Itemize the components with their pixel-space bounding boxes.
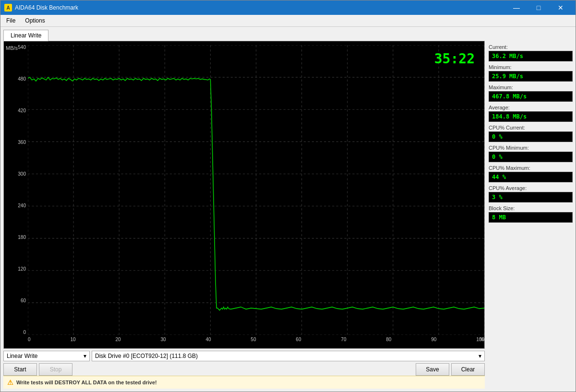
maximum-value: 467.8 MB/s [489, 91, 573, 102]
start-button[interactable]: Start [3, 363, 37, 376]
stat-current: Current: 36.2 MB/s [489, 44, 573, 61]
close-button[interactable]: ✕ [550, 0, 572, 15]
stat-minimum: Minimum: 25.9 MB/s [489, 64, 573, 82]
x-tick-50: 50 [251, 337, 256, 342]
cpu-average-label: CPU% Average: [489, 185, 573, 191]
cpu-maximum-label: CPU% Maximum: [489, 165, 573, 171]
main-content: Linear Write MB/s 540 480 420 360 300 24… [0, 27, 576, 392]
controls-row2: Start Stop Save Clear [3, 363, 485, 376]
x-tick-10: 10 [70, 337, 75, 342]
chart-area: MB/s 540 480 420 360 300 240 180 120 60 … [4, 41, 484, 348]
y-axis: 540 480 420 360 300 240 180 120 60 0 [4, 45, 28, 335]
stat-block-size: Block Size: 8 MB [489, 205, 573, 223]
cpu-current-label: CPU% Current: [489, 125, 573, 131]
cpu-average-value: 3 % [489, 192, 573, 202]
menu-file[interactable]: File [2, 16, 19, 25]
bottom-controls: Linear Write ▾ Disk Drive #0 [ECOT920-12… [3, 351, 485, 376]
stat-cpu-maximum: CPU% Maximum: 44 % [489, 165, 573, 182]
right-panel: Current: 36.2 MB/s Minimum: 25.9 MB/s Ma… [489, 30, 573, 389]
drive-dropdown[interactable]: Disk Drive #0 [ECOT920-12] (111.8 GB) ▾ [92, 351, 485, 361]
drive-dropdown-arrow: ▾ [479, 353, 481, 359]
y-tick-360: 360 [18, 140, 26, 145]
tab-linear-write[interactable]: Linear Write [3, 30, 48, 41]
maximize-button[interactable]: □ [528, 0, 550, 15]
test-dropdown-arrow: ▾ [84, 353, 86, 359]
cpu-maximum-value: 44 % [489, 172, 573, 182]
minimum-value: 25.9 MB/s [489, 71, 573, 82]
y-tick-0: 0 [23, 330, 26, 335]
current-value: 36.2 MB/s [489, 51, 573, 61]
chart-wrapper: MB/s 540 480 420 360 300 240 180 120 60 … [3, 41, 485, 349]
y-tick-480: 480 [18, 77, 26, 82]
stat-cpu-minimum: CPU% Minimum: 0 % [489, 145, 573, 162]
title-bar: A AIDA64 Disk Benchmark — □ ✕ [0, 0, 576, 15]
main-window: A AIDA64 Disk Benchmark — □ ✕ File Optio… [0, 0, 576, 392]
current-label: Current: [489, 44, 573, 50]
cpu-minimum-value: 0 % [489, 152, 573, 162]
drive-dropdown-value: Disk Drive #0 [ECOT920-12] (111.8 GB) [95, 353, 198, 359]
x-tick-90: 90 [431, 337, 436, 342]
window-controls: — □ ✕ [505, 0, 572, 15]
controls-row1: Linear Write ▾ Disk Drive #0 [ECOT920-12… [3, 351, 485, 361]
y-tick-540: 540 [18, 45, 26, 50]
x-axis: 0 10 20 30 40 50 60 70 80 90 100 % [28, 335, 484, 348]
warning-icon: ⚠ [7, 379, 13, 386]
x-tick-70: 70 [341, 337, 346, 342]
maximum-label: Maximum: [489, 84, 573, 90]
test-dropdown[interactable]: Linear Write ▾ [3, 351, 90, 361]
y-tick-300: 300 [18, 172, 26, 177]
stop-button[interactable]: Stop [39, 363, 72, 376]
average-label: Average: [489, 105, 573, 110]
x-tick-20: 20 [115, 337, 120, 342]
chart-canvas: 35:22 [28, 45, 484, 335]
y-tick-420: 420 [18, 108, 26, 113]
block-size-value: 8 MB [489, 212, 573, 223]
window-title: AIDA64 Disk Benchmark [15, 4, 505, 11]
x-tick-0: 0 [28, 337, 31, 342]
app-icon: A [4, 4, 12, 12]
y-tick-60: 60 [21, 298, 26, 303]
x-tick-30: 30 [160, 337, 166, 342]
stat-average: Average: 184.8 MB/s [489, 105, 573, 122]
x-tick-80: 80 [386, 337, 391, 342]
y-tick-120: 120 [18, 267, 26, 272]
tab-bar: Linear Write [3, 30, 485, 41]
menu-bar: File Options [0, 15, 576, 27]
average-value: 184.8 MB/s [489, 111, 573, 122]
y-tick-240: 240 [18, 203, 26, 208]
test-dropdown-value: Linear Write [7, 353, 37, 359]
left-panel: Linear Write MB/s 540 480 420 360 300 24… [3, 30, 485, 389]
chart-svg [28, 45, 484, 335]
stat-cpu-current: CPU% Current: 0 % [489, 125, 573, 142]
minimum-label: Minimum: [489, 64, 573, 70]
warning-text: Write tests will DESTROY ALL DATA on the… [16, 380, 157, 385]
timer-display: 35:22 [434, 51, 475, 67]
clear-button[interactable]: Clear [451, 363, 485, 376]
cpu-minimum-label: CPU% Minimum: [489, 145, 573, 151]
menu-options[interactable]: Options [21, 16, 48, 25]
stat-maximum: Maximum: 467.8 MB/s [489, 84, 573, 102]
x-axis-unit: % [480, 337, 484, 342]
block-size-label: Block Size: [489, 205, 573, 211]
minimize-button[interactable]: — [505, 0, 528, 15]
stat-cpu-average: CPU% Average: 3 % [489, 185, 573, 202]
y-tick-180: 180 [18, 235, 26, 240]
save-button[interactable]: Save [416, 363, 449, 376]
x-tick-60: 60 [296, 337, 301, 342]
cpu-current-value: 0 % [489, 131, 573, 142]
warning-bar: ⚠ Write tests will DESTROY ALL DATA on t… [3, 376, 485, 389]
x-tick-40: 40 [205, 337, 211, 342]
